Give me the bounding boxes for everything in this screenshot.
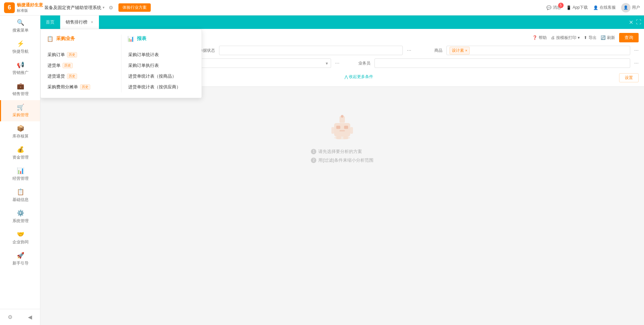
sidebar-item-quicknav[interactable]: ⚡ 快捷导航 xyxy=(0,37,40,58)
sidebar-item-finance[interactable]: 💰 资金管理 xyxy=(0,143,40,164)
salesman-label: 业务员 xyxy=(350,60,370,66)
tab-close-icon[interactable]: × xyxy=(91,20,93,25)
collapse-btn[interactable]: ⋀ 收起更多条件 xyxy=(345,74,373,80)
rank-chevron: ▾ xyxy=(326,61,328,66)
industry-btn[interactable]: 体验行业方案 xyxy=(118,3,151,12)
sidebar-item-inventory[interactable]: 📦 库存核算 xyxy=(0,121,40,143)
tip-num-2: 2 xyxy=(311,158,316,163)
top-center: 装备及固定资产辅助管理系统 ▾ ⚙ 体验行业方案 xyxy=(44,3,546,12)
quicknav-icon: ⚡ xyxy=(17,40,24,47)
export-btn[interactable]: ⬆ 导出 xyxy=(584,35,597,41)
logo-area: 6 畅捷通好生意 标准版 xyxy=(4,2,44,13)
print-btn[interactable]: 🖨 按模板打印 ▾ xyxy=(551,35,580,41)
dropdown-item-expense[interactable]: 采购费用分摊单 历史 xyxy=(46,82,116,92)
empty-state-icon xyxy=(325,114,359,140)
sidebar-item-search[interactable]: 🔍 搜索菜单 xyxy=(0,15,40,37)
sidebar-item-guide[interactable]: 🚀 新手引导 xyxy=(0,248,40,270)
dropdown-col-report: 📊 报表 采购订单统计表 采购订单执行表 进货单统计表（按商品） 进货单统计表（… xyxy=(127,35,196,92)
refresh-btn[interactable]: 🔄 刷新 xyxy=(601,35,615,41)
message-badge: 5 xyxy=(558,3,564,8)
empty-state: 1 请先选择要分析的方案 2 用[过滤]条件来缩小分析范围 xyxy=(40,87,644,192)
toolbar-right: ❓ 帮助 🖨 按模板打印 ▾ ⬆ 导出 🔄 xyxy=(532,33,639,42)
sidebar-label-collaboration: 企业协同 xyxy=(12,239,29,245)
inventory-icon: 📦 xyxy=(17,125,24,132)
svg-point-6 xyxy=(341,115,344,118)
user-avatar: 👤 xyxy=(621,3,631,12)
dropdown-col-purchase-title: 📋 采购业务 xyxy=(46,35,116,45)
finance-icon: 💰 xyxy=(17,146,24,153)
empty-state-tips: 1 请先选择要分析的方案 2 用[过滤]条件来缩小分析范围 xyxy=(311,147,373,165)
sidebar-item-system[interactable]: ⚙️ 系统管理 xyxy=(0,206,40,227)
svg-rect-3 xyxy=(344,126,348,129)
tip-num-1: 1 xyxy=(311,149,316,154)
message-btn[interactable]: 💬 消息 5 xyxy=(546,5,561,10)
sidebar-item-marketing[interactable]: 📢 营销推广 xyxy=(0,58,40,79)
phone-icon: 📱 xyxy=(566,5,571,10)
setting-btn[interactable]: 设置 xyxy=(619,73,639,82)
content-area: 首页 销售排行榜 × ✕ ⛶ 📋 采购业务 采 xyxy=(40,15,644,325)
goods-tag-close[interactable]: × xyxy=(465,48,467,52)
goods-tag: 设计素 × xyxy=(450,47,470,54)
sidebar-label-basic-info: 基础信息 xyxy=(12,197,29,203)
sidebar-item-basic-info[interactable]: 📋 基础信息 xyxy=(0,185,40,206)
sidebar-label-finance: 资金管理 xyxy=(12,155,29,160)
main-layout: 🔍 搜索菜单 ⚡ 快捷导航 📢 营销推广 💼 销售管理 🛒 采购管理 📦 库存核… xyxy=(0,15,644,325)
operations-icon: 📊 xyxy=(17,167,24,174)
salesman-dots[interactable]: ··· xyxy=(634,60,639,66)
dropdown-item-po[interactable]: 采购订单 历史 xyxy=(46,49,116,60)
close-window-icon[interactable]: ✕ xyxy=(629,19,633,26)
goods-dots[interactable]: ··· xyxy=(634,47,639,53)
report-menu-icon: 📊 xyxy=(127,35,135,43)
svg-rect-7 xyxy=(331,127,334,134)
return-history-badge: 历史 xyxy=(67,74,77,79)
svg-rect-8 xyxy=(350,127,353,134)
online-service-btn[interactable]: 👤 在线客服 xyxy=(593,5,616,10)
dropdown-item-receipt-stat-supplier[interactable]: 进货单统计表（按供应商） xyxy=(127,82,196,92)
tab-home[interactable]: 首页 xyxy=(40,15,60,29)
salesman-input[interactable] xyxy=(374,58,630,68)
gear-icon[interactable]: ⚙ xyxy=(109,5,113,11)
help-btn[interactable]: ❓ 帮助 xyxy=(532,35,547,41)
sidebar-item-purchase[interactable]: 🛒 采购管理 xyxy=(0,100,40,121)
rank-dots[interactable]: ··· xyxy=(335,60,339,66)
svg-rect-9 xyxy=(336,136,341,139)
sidebar-item-operations[interactable]: 📊 经营管理 xyxy=(0,164,40,185)
voucher-status-input[interactable] xyxy=(219,46,403,55)
svg-rect-1 xyxy=(334,123,350,136)
app-download-btn[interactable]: 📱 App下载 xyxy=(566,5,588,10)
svg-rect-10 xyxy=(343,136,348,139)
app-name: 畅捷通好生意 xyxy=(17,2,43,8)
dropdown-item-po-exec[interactable]: 采购订单执行表 xyxy=(127,60,196,71)
system-title-chevron[interactable]: ▾ xyxy=(103,5,105,10)
goods-input[interactable]: 设计素 × xyxy=(446,46,630,55)
sidebar-item-collaboration[interactable]: 🤝 企业协同 xyxy=(0,227,40,248)
sales-icon: 💼 xyxy=(17,82,24,90)
print-chevron[interactable]: ▾ xyxy=(578,35,580,40)
maximize-window-icon[interactable]: ⛶ xyxy=(636,19,641,25)
empty-tip-row-2: 2 用[过滤]条件来缩小分析范围 xyxy=(311,156,373,165)
sidebar-label-system: 系统管理 xyxy=(12,218,29,224)
voucher-status-dots[interactable]: ··· xyxy=(407,47,411,53)
dropdown-item-receipt-stat-goods[interactable]: 进货单统计表（按商品） xyxy=(127,71,196,82)
system-title: 装备及固定资产辅助管理系统 ▾ xyxy=(44,5,105,11)
help-icon: ❓ xyxy=(532,35,537,40)
return-label: 进货退货 xyxy=(47,73,65,79)
dropdown-item-po-stat[interactable]: 采购订单统计表 xyxy=(127,49,196,60)
query-btn[interactable]: 查询 xyxy=(619,33,639,42)
user-btn[interactable]: 👤 用户 xyxy=(621,3,640,12)
sidebar-collapse-btn[interactable]: ◀ xyxy=(20,312,40,322)
dropdown-divider xyxy=(121,35,121,92)
system-icon: ⚙️ xyxy=(17,209,24,217)
dropdown-item-return[interactable]: 进货退货 历史 xyxy=(46,71,116,82)
expense-history-badge: 历史 xyxy=(80,84,90,90)
dropdown-item-receipt[interactable]: 进货单 历史 xyxy=(46,60,116,71)
sidebar-settings-btn[interactable]: ⚙ xyxy=(0,312,20,322)
sidebar-item-sales[interactable]: 💼 销售管理 xyxy=(0,79,40,100)
top-right: 💬 消息 5 📱 App下载 👤 在线客服 👤 用户 xyxy=(546,3,640,12)
purchase-menu-icon: 📋 xyxy=(46,35,54,43)
receipt-label: 进货单 xyxy=(47,63,61,69)
empty-tip-row-1: 1 请先选择要分析的方案 xyxy=(311,147,373,156)
sidebar-label-marketing: 营销推广 xyxy=(12,70,29,76)
tab-sales-ranking[interactable]: 销售排行榜 × xyxy=(60,15,99,29)
purchase-icon: 🛒 xyxy=(17,104,24,111)
